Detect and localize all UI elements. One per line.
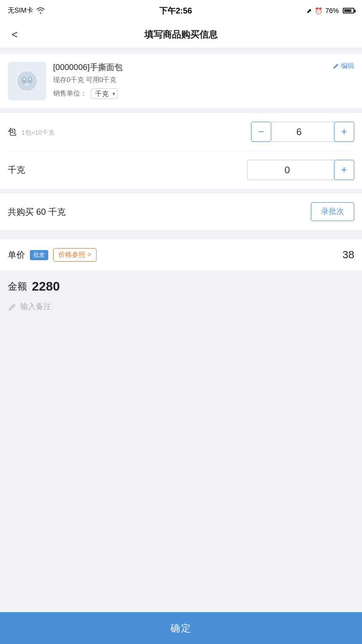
battery-icon — [343, 8, 354, 14]
bottom-fill — [0, 320, 362, 474]
price-tag: 批发 — [30, 250, 48, 260]
qty-plus-bao[interactable]: + — [334, 122, 354, 142]
qty-control-bao: − + — [251, 122, 354, 142]
section-divider-3 — [0, 230, 362, 235]
svg-point-4 — [29, 78, 31, 80]
status-right: ⬈ ⏰ 76% — [306, 7, 354, 14]
edit-icon — [333, 63, 339, 70]
battery-label: 76% — [325, 7, 339, 14]
unit-select[interactable]: 千克 包 — [91, 88, 118, 99]
price-reference-button[interactable]: 价格参照 > — [53, 248, 97, 262]
page-title: 填写商品购买信息 — [144, 28, 218, 41]
qty-label-text: 包 — [8, 127, 16, 137]
qty-minus-bao[interactable]: − — [251, 122, 271, 142]
pencil-icon — [8, 303, 16, 311]
alarm-icon: ⏰ — [315, 7, 322, 14]
product-image — [8, 62, 46, 100]
carrier-label: 无SIM卡 — [8, 6, 33, 15]
unit-label: 销售单位： — [53, 89, 87, 98]
section-divider-2 — [0, 189, 362, 194]
amount-label: 金额 — [8, 280, 27, 293]
status-time: 下午2:56 — [159, 5, 192, 16]
edit-button[interactable]: 编辑 — [333, 62, 354, 70]
section-divider-1 — [0, 108, 362, 113]
confirm-button[interactable]: 确定 — [0, 612, 362, 644]
total-label: 共购买 60 千克 — [8, 206, 66, 218]
svg-point-0 — [17, 71, 37, 91]
price-section: 单价 批发 价格参照 > 38 — [0, 239, 362, 270]
amount-value: 2280 — [32, 279, 60, 294]
nav-bar: < 填写商品购买信息 — [0, 21, 362, 48]
amount-section: 金额 2280 输入备注 — [0, 270, 362, 320]
qty-input-kg[interactable] — [247, 160, 334, 180]
qty-sublabel-bao: 1包=10千克 — [21, 129, 54, 136]
product-logo-icon — [15, 70, 39, 93]
qty-input-bao[interactable] — [271, 122, 334, 142]
qty-label-text-kg: 千克 — [8, 165, 25, 175]
total-row: 共购买 60 千克 录批次 — [0, 194, 362, 230]
remark-placeholder: 输入备注 — [20, 302, 51, 312]
product-stock: 现存0千克 可用0千克 — [53, 76, 326, 84]
amount-row: 金额 2280 — [8, 279, 354, 299]
product-card: [0000006]手撕面包 现存0千克 可用0千克 销售单位： 千克 包 编辑 — [0, 54, 362, 108]
unit-select-wrap[interactable]: 千克 包 — [91, 88, 118, 99]
price-value: 38 — [343, 249, 354, 261]
back-button[interactable]: < — [8, 25, 22, 45]
quantity-row-bao: 包 1包=10千克 − + — [8, 113, 354, 151]
svg-point-3 — [23, 78, 25, 80]
product-info: [0000006]手撕面包 现存0千克 可用0千克 销售单位： 千克 包 — [53, 62, 326, 99]
location-icon: ⬈ — [306, 7, 312, 14]
quantity-row-kg: 千克 + — [8, 151, 354, 189]
record-batch-button[interactable]: 录批次 — [311, 202, 354, 221]
product-name: [0000006]手撕面包 — [53, 62, 326, 73]
remark-row[interactable]: 输入备注 — [8, 299, 354, 315]
qty-label-bao: 包 1包=10千克 — [8, 126, 55, 138]
quantity-section: 包 1包=10千克 − + 千克 + — [0, 113, 362, 189]
qty-plus-kg[interactable]: + — [334, 160, 354, 180]
wifi-icon — [36, 7, 45, 15]
status-left: 无SIM卡 — [8, 6, 45, 15]
status-bar: 无SIM卡 下午2:56 ⬈ ⏰ 76% — [0, 0, 362, 21]
price-label: 单价 — [8, 249, 25, 261]
qty-label-kg: 千克 — [8, 164, 25, 176]
product-unit-row: 销售单位： 千克 包 — [53, 88, 326, 99]
qty-control-kg: + — [247, 160, 354, 180]
